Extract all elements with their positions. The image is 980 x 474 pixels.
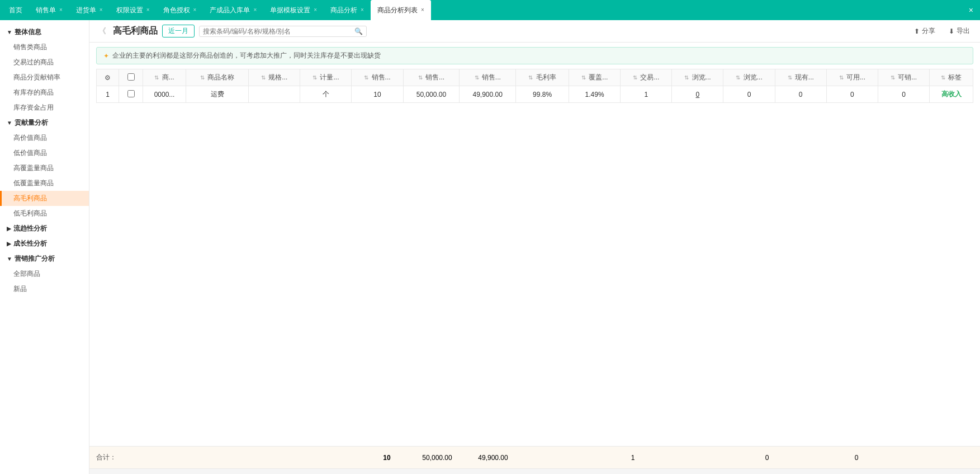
sidebar-item-high-coverage[interactable]: 高覆盖量商品 (0, 161, 89, 176)
close-permission-icon[interactable]: × (146, 0, 150, 20)
sidebar-item-sales-products[interactable]: 销售类商品 (0, 40, 89, 55)
sidebar: ▼ 整体信息 销售类商品 交易过的商品 商品分贡献销率 有库存的商品 库存资金占… (0, 20, 89, 474)
nav-product-analysis-list[interactable]: 商品分析列表 × (371, 0, 431, 20)
col-header-browse2[interactable]: ⇅ 浏览... (723, 69, 775, 86)
sort-icon-stock-sale: ⇅ (891, 74, 895, 81)
search-input[interactable] (203, 27, 352, 35)
arrow-down-icon: ▼ (7, 29, 12, 35)
nav-permission-settings[interactable]: 权限设置 × (110, 0, 157, 20)
horizontal-scrollbar[interactable] (89, 468, 980, 474)
sort-icon-spec: ⇅ (261, 74, 266, 81)
header-actions: ⬆ 分享 ⬇ 导出 (911, 25, 973, 37)
share-icon: ⬆ (914, 27, 920, 35)
cell-stock-avail: 0 (826, 86, 878, 103)
table-wrapper[interactable]: ⚙ ⇅ 商... ⇅ 商品名称 (89, 69, 980, 446)
sidebar-item-high-gross[interactable]: 高毛利商品 (0, 191, 89, 206)
footer-stock-cur: 0 (745, 454, 789, 462)
col-header-code[interactable]: ⇅ 商... (143, 69, 186, 86)
sidebar-item-high-value[interactable]: 高价值商品 (0, 130, 89, 146)
sort-icon-stock-cur: ⇅ (788, 74, 792, 81)
col-header-stock-sale[interactable]: ⇅ 可销... (878, 69, 929, 86)
col-header-tag[interactable]: ⇅ 标签 (930, 69, 973, 86)
sidebar-item-contribution-rate[interactable]: 商品分贡献销率 (0, 70, 89, 85)
nav-template-settings[interactable]: 单据模板设置 × (263, 0, 324, 20)
arrow-right-icon-2: ▶ (7, 241, 11, 247)
col-header-name[interactable]: ⇅ 商品名称 (186, 69, 248, 86)
col-header-sales-qty[interactable]: ⇅ 销售... (352, 69, 403, 86)
col-header-sales-cost[interactable]: ⇅ 销售... (460, 69, 516, 86)
col-header-stock-avail[interactable]: ⇅ 可用... (826, 69, 878, 86)
close-template-settings-icon[interactable]: × (314, 0, 317, 20)
cell-gross-rate: 99.8% (516, 86, 569, 103)
sidebar-item-low-value[interactable]: 低价值商品 (0, 146, 89, 161)
period-button[interactable]: 近一月 (162, 25, 195, 37)
row-checkbox[interactable] (127, 90, 135, 97)
sort-icon: ⇅ (154, 74, 159, 81)
cell-code: 0000... (143, 86, 186, 103)
cell-coverage: 1.49% (569, 86, 621, 103)
export-button[interactable]: ⬇ 导出 (945, 25, 973, 37)
cell-trade: 1 (621, 86, 672, 103)
sidebar-item-low-coverage[interactable]: 低覆盖量商品 (0, 176, 89, 191)
close-product-inbound-icon[interactable]: × (253, 0, 257, 20)
sort-icon-gross: ⇅ (528, 74, 533, 81)
sidebar-group-growth[interactable]: ▶ 成长性分析 (0, 236, 89, 251)
col-header-sales-amt[interactable]: ⇅ 销售... (403, 69, 460, 86)
col-header-gross-rate[interactable]: ⇅ 毛利率 (516, 69, 569, 86)
col-header-spec[interactable]: ⇅ 规格... (249, 69, 300, 86)
cell-browse1[interactable]: 0 (672, 86, 723, 103)
sort-icon-cost: ⇅ (475, 74, 479, 81)
cell-stock-sale: 0 (878, 86, 929, 103)
close-purchase-order-icon[interactable]: × (100, 0, 103, 20)
select-all-checkbox[interactable] (127, 73, 135, 81)
sort-icon-amt: ⇅ (418, 74, 423, 81)
sidebar-item-stocked-products[interactable]: 有库存的商品 (0, 85, 89, 100)
sidebar-item-inventory-capital[interactable]: 库存资金占用 (0, 100, 89, 115)
search-icon[interactable]: 🔍 (354, 27, 363, 35)
nav-product-analysis[interactable]: 商品分析 × (324, 0, 371, 20)
info-banner: ✦ 企业的主要的利润都是这部分商品创造的，可考虑加大推广，同时关注库存是不要出现… (96, 47, 973, 64)
col-header-browse1[interactable]: ⇅ 浏览... (672, 69, 723, 86)
cell-sales-qty: 10 (352, 86, 403, 103)
sidebar-group-trend[interactable]: ▶ 流趋性分析 (0, 221, 89, 236)
nav-role-auth[interactable]: 角色授权 × (157, 0, 203, 20)
total-label: 合计： (96, 453, 141, 462)
nav-purchase-order[interactable]: 进货单 × (69, 0, 110, 20)
sidebar-group-contribution[interactable]: ▼ 贡献量分析 (0, 115, 89, 130)
col-header-unit[interactable]: ⇅ 计量... (300, 69, 352, 86)
footer-sales-qty: 10 (364, 454, 409, 462)
sidebar-group-overall[interactable]: ▼ 整体信息 (0, 25, 89, 40)
share-button[interactable]: ⬆ 分享 (911, 25, 939, 37)
sort-icon-browse1: ⇅ (684, 74, 689, 81)
close-product-analysis-list-icon[interactable]: × (421, 0, 424, 20)
close-role-auth-icon[interactable]: × (193, 0, 197, 20)
collapse-sidebar-button[interactable]: 《 (96, 25, 108, 37)
cell-check[interactable] (119, 86, 143, 103)
close-sales-order-icon[interactable]: × (59, 0, 63, 20)
main-layout: ▼ 整体信息 销售类商品 交易过的商品 商品分贡献销率 有库存的商品 库存资金占… (0, 20, 980, 474)
sidebar-item-traded-products[interactable]: 交易过的商品 (0, 55, 89, 70)
nav-sales-order[interactable]: 销售单 × (29, 0, 69, 20)
sidebar-item-low-gross[interactable]: 低毛利商品 (0, 206, 89, 221)
data-table: ⚙ ⇅ 商... ⇅ 商品名称 (96, 69, 973, 103)
sidebar-group-marketing[interactable]: ▼ 营销推广分析 (0, 251, 89, 266)
col-header-stock-cur[interactable]: ⇅ 现有... (775, 69, 826, 86)
col-header-check[interactable] (119, 69, 143, 86)
arrow-down-icon-2: ▼ (7, 120, 12, 126)
close-all-button[interactable]: × (964, 6, 978, 15)
cell-spec (249, 86, 300, 103)
close-product-analysis-icon[interactable]: × (361, 0, 364, 20)
cell-sales-cost: 49,900.00 (460, 86, 516, 103)
sort-icon-trade: ⇅ (633, 74, 637, 81)
cell-no: 1 (97, 86, 119, 103)
table-body: 1 0000... 运费 个 10 50,000.00 49,900.00 99… (97, 86, 973, 103)
col-header-no[interactable]: ⚙ (97, 69, 119, 86)
col-header-coverage[interactable]: ⇅ 覆盖... (569, 69, 621, 86)
sidebar-item-new-products[interactable]: 新品 (0, 281, 89, 297)
sort-icon-name: ⇅ (200, 74, 205, 81)
nav-home[interactable]: 首页 (2, 0, 29, 20)
col-header-trade[interactable]: ⇅ 交易... (621, 69, 672, 86)
sidebar-item-all-products[interactable]: 全部商品 (0, 266, 89, 281)
nav-product-inbound[interactable]: 产成品入库单 × (203, 0, 263, 20)
sort-icon-browse2: ⇅ (736, 74, 740, 81)
